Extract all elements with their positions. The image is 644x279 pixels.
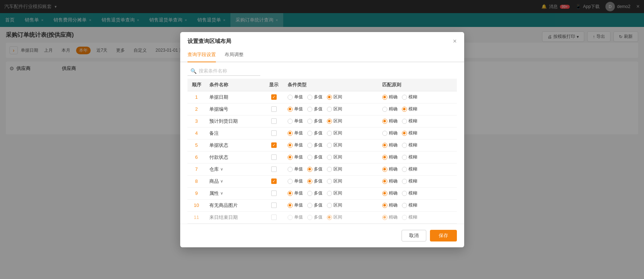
cancel-button[interactable]: 取消 xyxy=(402,230,426,241)
type-radio-range[interactable]: 区间 xyxy=(327,202,342,208)
match-radio-exact[interactable]: 精确 xyxy=(382,94,398,100)
match-radio-exact[interactable]: 精确 xyxy=(382,154,398,160)
display-checkbox[interactable] xyxy=(271,203,277,208)
type-cell: 单值多值区间 xyxy=(284,127,379,139)
match-radio-fuzzy[interactable]: 模糊 xyxy=(402,178,417,184)
match-radio-fuzzy[interactable]: 模糊 xyxy=(402,106,417,112)
type-radio-single[interactable]: 单值 xyxy=(288,178,303,184)
display-cell[interactable] xyxy=(264,187,284,199)
type-radio-range[interactable]: 区间 xyxy=(327,154,342,160)
type-radio-single[interactable]: 单值 xyxy=(288,214,303,220)
match-radio-exact[interactable]: 精确 xyxy=(382,118,398,124)
type-radio-single[interactable]: 单值 xyxy=(288,118,303,124)
type-cell: 单值多值区间 xyxy=(284,151,379,163)
type-radio-range[interactable]: 区间 xyxy=(327,130,342,136)
display-cell[interactable] xyxy=(264,91,284,103)
save-button[interactable]: 保存 xyxy=(430,230,457,241)
match-radio-fuzzy[interactable]: 模糊 xyxy=(402,166,417,172)
match-radio-fuzzy[interactable]: 模糊 xyxy=(402,118,417,124)
match-radio-exact[interactable]: 精确 xyxy=(382,190,398,196)
display-cell[interactable] xyxy=(264,211,284,223)
match-radio-fuzzy[interactable]: 模糊 xyxy=(402,94,417,100)
type-radio-single[interactable]: 单值 xyxy=(288,106,303,112)
type-radio-range[interactable]: 区间 xyxy=(327,166,342,172)
chevron-down-icon[interactable]: ∨ xyxy=(220,179,223,184)
type-radio-single[interactable]: 单值 xyxy=(288,142,303,148)
type-radio-single[interactable]: 单值 xyxy=(288,130,303,136)
type-cell: 单值多值区间 xyxy=(284,187,379,199)
type-radio-multi[interactable]: 多值 xyxy=(307,178,323,184)
radio-circle xyxy=(288,95,293,100)
chevron-down-icon[interactable]: ∨ xyxy=(220,167,223,172)
display-checkbox[interactable] xyxy=(271,94,277,100)
chevron-down-icon[interactable]: ∨ xyxy=(220,191,223,196)
type-radio-multi[interactable]: 多值 xyxy=(307,154,323,160)
display-cell[interactable] xyxy=(264,199,284,211)
type-radio-multi[interactable]: 多值 xyxy=(307,190,323,196)
modal-table-wrap: 顺序 条件名称 显示 条件类型 匹配原则 1单据日期单值多值区间精确模糊2单据编… xyxy=(180,79,464,224)
display-cell[interactable] xyxy=(264,151,284,163)
display-cell[interactable] xyxy=(264,127,284,139)
type-radio-single[interactable]: 单值 xyxy=(288,202,303,208)
display-checkbox[interactable] xyxy=(271,190,277,196)
type-radio-range[interactable]: 区间 xyxy=(327,178,342,184)
type-radio-multi[interactable]: 多值 xyxy=(307,142,323,148)
display-cell[interactable] xyxy=(264,175,284,187)
radio-circle xyxy=(382,119,387,124)
radio-circle xyxy=(307,215,312,220)
display-checkbox[interactable] xyxy=(271,130,277,136)
match-radio-exact[interactable]: 精确 xyxy=(382,142,398,148)
type-radio-range[interactable]: 区间 xyxy=(327,106,342,112)
type-radio-single[interactable]: 单值 xyxy=(288,94,303,100)
type-radio-multi[interactable]: 多值 xyxy=(307,130,323,136)
match-radio-exact[interactable]: 精确 xyxy=(382,106,398,112)
type-radio-range[interactable]: 区间 xyxy=(327,142,342,148)
match-radio-exact[interactable]: 精确 xyxy=(382,130,398,136)
type-radio-single[interactable]: 单值 xyxy=(288,166,303,172)
display-checkbox[interactable] xyxy=(271,166,277,172)
display-checkbox[interactable] xyxy=(271,106,277,112)
display-checkbox[interactable] xyxy=(271,178,277,184)
match-radio-fuzzy[interactable]: 模糊 xyxy=(402,154,417,160)
display-checkbox[interactable] xyxy=(271,118,277,124)
display-checkbox[interactable] xyxy=(271,142,277,148)
tab-query-fields[interactable]: 查询字段设置 xyxy=(187,49,216,62)
type-radio-range[interactable]: 区间 xyxy=(327,214,342,220)
match-radio-exact[interactable]: 精确 xyxy=(382,178,398,184)
radio-circle xyxy=(327,167,332,172)
display-cell[interactable] xyxy=(264,163,284,175)
type-radio-multi[interactable]: 多值 xyxy=(307,214,323,220)
type-radio-single[interactable]: 单值 xyxy=(288,190,303,196)
display-cell[interactable] xyxy=(264,115,284,127)
table-row: 8商品∨单值多值区间精确模糊 xyxy=(187,175,457,187)
type-radio-range[interactable]: 区间 xyxy=(327,118,342,124)
type-radio-multi[interactable]: 多值 xyxy=(307,202,323,208)
radio-circle xyxy=(307,191,312,196)
type-radio-multi[interactable]: 多值 xyxy=(307,118,323,124)
search-input[interactable] xyxy=(199,68,253,74)
match-radio-fuzzy[interactable]: 模糊 xyxy=(402,142,417,148)
radio-circle xyxy=(288,191,293,196)
tab-layout-adjust[interactable]: 布局调整 xyxy=(225,49,244,62)
type-radio-single[interactable]: 单值 xyxy=(288,154,303,160)
radio-circle xyxy=(327,215,332,220)
match-radio-fuzzy[interactable]: 模糊 xyxy=(402,214,417,220)
type-radio-range[interactable]: 区间 xyxy=(327,190,342,196)
radio-circle xyxy=(402,143,407,148)
display-checkbox[interactable] xyxy=(271,154,277,160)
type-radio-multi[interactable]: 多值 xyxy=(307,106,323,112)
match-radio-exact[interactable]: 精确 xyxy=(382,214,398,220)
match-radio-fuzzy[interactable]: 模糊 xyxy=(402,130,417,136)
type-radio-multi[interactable]: 多值 xyxy=(307,94,323,100)
display-checkbox[interactable] xyxy=(271,215,277,220)
match-radio-exact[interactable]: 精确 xyxy=(382,202,398,208)
match-radio-exact[interactable]: 精确 xyxy=(382,166,398,172)
type-radio-multi[interactable]: 多值 xyxy=(307,166,323,172)
display-cell[interactable] xyxy=(264,139,284,151)
modal-close-button[interactable]: × xyxy=(453,38,457,44)
display-cell[interactable] xyxy=(264,103,284,115)
match-radio-fuzzy[interactable]: 模糊 xyxy=(402,202,417,208)
type-radio-range[interactable]: 区间 xyxy=(327,94,342,100)
type-cell: 单值多值区间 xyxy=(284,103,379,115)
match-radio-fuzzy[interactable]: 模糊 xyxy=(402,190,417,196)
